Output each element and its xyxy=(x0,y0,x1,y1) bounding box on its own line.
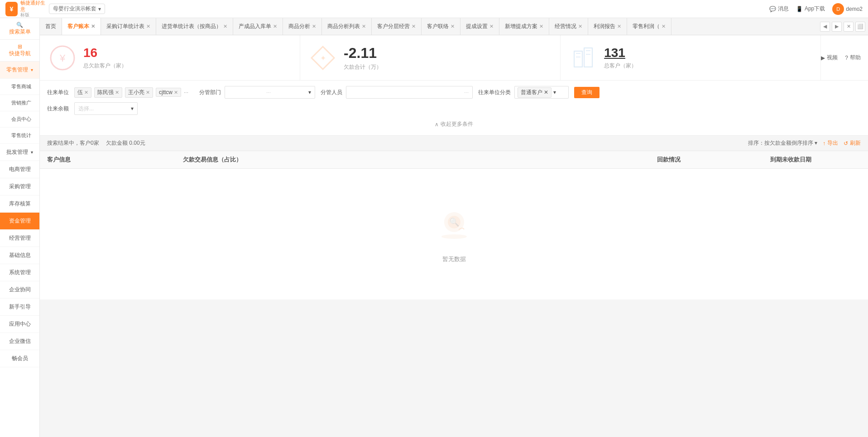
logo-text: 畅捷通好生意 标版 xyxy=(20,0,45,17)
tab-close-customer-seg[interactable]: ✕ xyxy=(412,24,416,29)
sidebar-quick-nav[interactable]: ⊞ 快捷导航 xyxy=(0,40,39,62)
mobile-icon: 📱 xyxy=(796,6,803,12)
tab-close-purchase[interactable]: ✕ xyxy=(146,24,150,29)
user-menu[interactable]: D demo2 xyxy=(832,3,863,15)
tab-goods[interactable]: 商品分析 ✕ xyxy=(283,18,322,35)
tab-goods-list[interactable]: 商品分析列表 ✕ xyxy=(322,18,372,35)
balance-filter-label: 往来余额 xyxy=(47,105,69,113)
sidebar-item-finance[interactable]: 资金管理 xyxy=(0,213,39,230)
unit-tag-wang: 王小亮 ✕ xyxy=(125,87,153,98)
chevron-icon: ▾ xyxy=(31,67,33,72)
tab-prev-btn[interactable]: ◀ xyxy=(820,22,830,32)
person-input[interactable]: ··· xyxy=(346,86,473,99)
tab-customer[interactable]: 客户账本 ✕ xyxy=(62,18,101,35)
avatar: D xyxy=(832,3,844,15)
sidebar-item-guide[interactable]: 新手引导 xyxy=(0,299,39,316)
result-actions: 排序：按欠款金额倒序排序 ▾ ↑ 导出 ↺ 刷新 xyxy=(748,139,861,147)
stat-value-amount: -2.11 xyxy=(344,45,382,62)
main-area: 首页 客户账本 ✕ 采购订单统计表 ✕ 进货单统计表（按商品） ✕ 产成品入库单… xyxy=(40,18,868,437)
tab-close-profit[interactable]: ✕ xyxy=(617,24,621,29)
expand-icon: ··· xyxy=(266,89,271,95)
more-tags-btn[interactable]: ··· xyxy=(184,89,188,95)
help-icon: ? xyxy=(845,55,848,61)
stat-total-amount: ✦ -2.11 欠款合计（万） xyxy=(300,35,561,80)
tab-close-new-promote[interactable]: ✕ xyxy=(539,24,543,29)
tab-new-promote[interactable]: 新增提成方案 ✕ xyxy=(499,18,549,35)
sidebar-item-wechat[interactable]: 企业微信 xyxy=(0,333,39,350)
tab-bar: 首页 客户账本 ✕ 采购订单统计表 ✕ 进货单统计表（按商品） ✕ 产成品入库单… xyxy=(40,18,868,35)
sidebar-item-system[interactable]: 系统管理 xyxy=(0,264,39,281)
tab-close-goods[interactable]: ✕ xyxy=(312,24,316,29)
tab-customer-seg[interactable]: 客户分层经营 ✕ xyxy=(372,18,422,35)
remove-tag-chen[interactable]: ✕ xyxy=(115,90,119,95)
remove-classify[interactable]: ✕ xyxy=(544,89,548,95)
stat-label-all: 总客户（家） xyxy=(604,62,637,70)
tab-close-promote-set[interactable]: ✕ xyxy=(489,24,494,29)
tab-close-all-btn[interactable]: ✕ xyxy=(844,22,854,32)
sidebar-item-basic[interactable]: 基础信息 xyxy=(0,247,39,264)
tab-close-product[interactable]: ✕ xyxy=(273,24,277,29)
remove-tag-cjttcw[interactable]: ✕ xyxy=(174,90,178,95)
tab-controls: ◀ ▶ ✕ ⬜ xyxy=(820,22,868,32)
video-btn[interactable]: ▶ 视频 xyxy=(821,54,838,62)
top-bar-right: 💬 消息 📱 App下载 D demo2 xyxy=(769,3,863,15)
sidebar-item-marketing[interactable]: 营销推广 xyxy=(0,95,39,111)
tab-promote-set[interactable]: 提成设置 ✕ xyxy=(460,18,499,35)
sidebar-item-vip[interactable]: 畅会员 xyxy=(0,350,39,367)
sidebar-item-retail[interactable]: 零售管理 ▾ xyxy=(0,62,39,79)
unit-tag-cjttcw: cjttcw ✕ xyxy=(156,88,181,97)
tab-close-stock[interactable]: ✕ xyxy=(223,24,227,29)
result-bar: 搜索结果中，客户0家 欠款金额 0.00元 排序：按欠款金额倒序排序 ▾ ↑ 导… xyxy=(40,136,868,151)
tab-expand-btn[interactable]: ⬜ xyxy=(855,22,865,32)
help-btn[interactable]: ? 帮助 xyxy=(845,54,861,62)
tab-operation[interactable]: 经营情况 ✕ xyxy=(549,18,588,35)
message-btn[interactable]: 💬 消息 xyxy=(769,5,789,13)
layout: 🔍 搜索菜单 ⊞ 快捷导航 零售管理 ▾ 零售商城 营销推广 会员中心 零售统计… xyxy=(0,18,868,437)
remove-tag-wu[interactable]: ✕ xyxy=(84,90,88,95)
tab-close-customer-contact[interactable]: ✕ xyxy=(451,24,455,29)
sidebar-item-stock[interactable]: 库存核算 xyxy=(0,195,39,213)
tab-close-operation[interactable]: ✕ xyxy=(578,24,582,29)
app-download-btn[interactable]: 📱 App下载 xyxy=(796,5,825,13)
classify-select[interactable]: 普通客户 ✕ ▾ xyxy=(514,86,569,99)
dept-select[interactable]: ··· ▾ xyxy=(225,86,315,99)
chevron-down-icon: ▾ xyxy=(131,105,134,112)
diamond-icon: ✦ xyxy=(309,44,336,71)
sidebar-item-apps[interactable]: 应用中心 xyxy=(0,316,39,333)
stat-total-customers: ¥ 16 总欠款客户（家） xyxy=(40,35,300,80)
chevron-icon: ▾ xyxy=(31,150,33,155)
chevron-down-icon: ▾ xyxy=(98,6,101,12)
search-button[interactable]: 查询 xyxy=(574,87,599,98)
sidebar-item-member[interactable]: 会员中心 xyxy=(0,111,39,128)
refresh-btn[interactable]: ↺ 刷新 xyxy=(844,139,861,147)
tab-next-btn[interactable]: ▶ xyxy=(832,22,842,32)
sidebar-search[interactable]: 🔍 搜索菜单 xyxy=(0,18,39,40)
tab-close-goods-list[interactable]: ✕ xyxy=(362,24,366,29)
unit-tags: 伍 ✕ 陈民强 ✕ 王小亮 ✕ cjttcw ✕ xyxy=(74,87,188,98)
tab-close-retail-profit[interactable]: ✕ xyxy=(662,24,666,29)
tab-purchase[interactable]: 采购订单统计表 ✕ xyxy=(101,18,156,35)
tab-customer-contact[interactable]: 客户联络 ✕ xyxy=(422,18,460,35)
remove-tag-wang[interactable]: ✕ xyxy=(146,90,150,95)
collapse-filter-btn[interactable]: ∧ 收起更多条件 xyxy=(47,119,861,130)
sidebar-item-wholesale[interactable]: 批发管理 ▾ xyxy=(0,144,39,161)
tab-close-customer[interactable]: ✕ xyxy=(91,24,95,29)
sidebar-item-operations[interactable]: 经营管理 xyxy=(0,230,39,247)
classify-filter: 往来单位分类 普通客户 ✕ ▾ xyxy=(478,86,569,99)
tab-stock[interactable]: 进货单统计表（按商品） ✕ xyxy=(156,18,233,35)
sidebar-item-ecom[interactable]: 电商管理 xyxy=(0,161,39,178)
sidebar-item-retail-mall[interactable]: 零售商城 xyxy=(0,79,39,95)
unit-tag-chen: 陈民强 ✕ xyxy=(94,87,122,98)
sidebar-item-purchase[interactable]: 采购管理 xyxy=(0,178,39,195)
tab-product[interactable]: 产成品入库单 ✕ xyxy=(233,18,283,35)
sidebar-item-retail-stats[interactable]: 零售统计 xyxy=(0,128,39,144)
ellipsis-icon: ··· xyxy=(464,89,469,95)
tab-retail-profit[interactable]: 零售利润（ ✕ xyxy=(627,18,671,35)
sidebar-item-enterprise[interactable]: 企业协同 xyxy=(0,281,39,299)
tab-profit[interactable]: 利润报告 ✕ xyxy=(588,18,627,35)
demo-select[interactable]: 母婴行业演示帐套 ▾ xyxy=(49,4,105,14)
export-btn[interactable]: ↑ 导出 xyxy=(823,139,838,147)
tab-home[interactable]: 首页 xyxy=(40,18,62,35)
balance-select[interactable]: 选择... ▾ xyxy=(74,102,138,115)
data-table: 客户信息 欠款交易信息（占比） 回款情况 到期未收款日期 🔍 xyxy=(40,151,868,299)
